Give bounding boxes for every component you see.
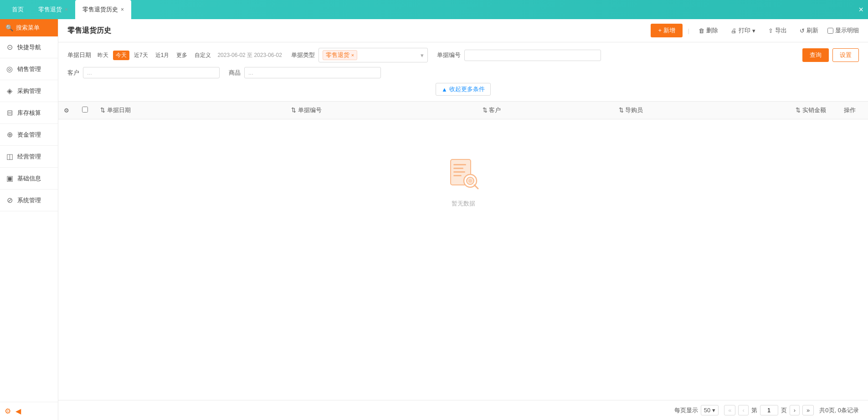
page-number-input[interactable] <box>760 405 778 415</box>
th-doc-no-label: ⇅ 单据编号 <box>291 107 322 113</box>
select-all-checkbox[interactable] <box>82 107 88 113</box>
main-layout: 🔍 搜索菜单 ⊙ 快捷导航 ◎ 销售管理 ◈ 采购管理 ⊟ 库存核算 ⊕ 资金管… <box>0 19 868 420</box>
date-options: 昨天 今天 近7天 近1月 更多 自定义 <box>95 51 214 60</box>
pagination-bar: 每页显示 50 ▾ « ‹ 第 页 › » 共0页, 0条记录 <box>58 400 868 420</box>
tab-return-history[interactable]: 零售退货历史 × <box>75 0 131 19</box>
th-checkbox[interactable] <box>77 102 95 119</box>
inventory-icon: ⊟ <box>5 108 14 117</box>
date-opt-more[interactable]: 更多 <box>174 51 190 60</box>
doc-no-input[interactable] <box>464 50 601 61</box>
date-opt-7days[interactable]: 近7天 <box>131 51 151 60</box>
goods-input[interactable] <box>244 67 381 78</box>
th-doc-date[interactable]: ⇅ 单据日期 <box>95 102 286 119</box>
refresh-label: 刷新 <box>806 26 818 35</box>
per-page-label: 每页显示 <box>674 406 698 415</box>
sidebar-item-inventory[interactable]: ⊟ 库存核算 <box>0 102 58 124</box>
per-page-chevron-icon: ▾ <box>712 407 715 414</box>
sidebar-item-purchase-mgmt[interactable]: ◈ 采购管理 <box>0 80 58 102</box>
page-last-button[interactable]: » <box>802 405 814 415</box>
date-opt-yesterday[interactable]: 昨天 <box>95 51 111 60</box>
per-page-value: 50 <box>704 407 710 414</box>
date-opt-custom[interactable]: 自定义 <box>192 51 214 60</box>
svg-point-8 <box>468 179 472 183</box>
page-title: 零售退货历史 <box>67 26 651 36</box>
page-first-button[interactable]: « <box>724 405 735 415</box>
sales-icon: ◎ <box>5 65 14 73</box>
new-button[interactable]: + 新增 <box>651 24 682 37</box>
tab-return-history-close[interactable]: × <box>121 6 124 13</box>
doc-type-tag-remove[interactable]: × <box>351 52 354 58</box>
sidebar-item-finance-mgmt[interactable]: ⊕ 资金管理 <box>0 124 58 146</box>
tab-return-close[interactable]: × <box>65 6 68 13</box>
th-action: 操作 <box>832 102 868 119</box>
customer-input[interactable] <box>83 67 220 78</box>
purchase-icon: ◈ <box>5 87 14 95</box>
doc-type-select[interactable]: 零售退货 × ▾ <box>318 48 428 62</box>
page-next-button[interactable]: › <box>790 405 800 415</box>
collapse-icon: ▲ <box>442 86 447 93</box>
date-opt-1month[interactable]: 近1月 <box>153 51 172 60</box>
page-prev-button[interactable]: ‹ <box>738 405 748 415</box>
search-icon: 🔍 <box>5 24 13 31</box>
doc-type-tag-value: 零售退货 <box>326 51 349 59</box>
home-icon: ⊙ <box>5 43 14 51</box>
th-amount[interactable]: ⇅ 实销金额 <box>777 102 832 119</box>
sidebar-item-basic-info[interactable]: ▣ 基础信息 <box>0 168 58 190</box>
delete-icon: 🗑 <box>699 27 704 34</box>
sidebar-item-basic-info-label: 基础信息 <box>17 174 41 183</box>
th-doc-no[interactable]: ⇅ 单据编号 <box>286 102 477 119</box>
collapse-filter-button[interactable]: ▲ 收起更多条件 <box>436 83 491 96</box>
sidebar-item-finance-mgmt-label: 资金管理 <box>17 131 41 139</box>
query-button[interactable]: 查询 <box>802 48 829 62</box>
sidebar-item-sys-mgmt[interactable]: ⊘ 系统管理 <box>0 190 58 211</box>
date-filter: 单据日期 昨天 今天 近7天 近1月 更多 自定义 2023-06-02 至 2… <box>67 51 282 60</box>
content-area: 零售退货历史 + 新增 | 🗑 删除 🖨 打印 ▾ ⇧ 导出 ↺ <box>58 19 868 420</box>
doc-no-label: 单据编号 <box>437 51 461 59</box>
show-detail-checkbox[interactable] <box>827 28 833 34</box>
svg-rect-4 <box>453 175 462 176</box>
print-button[interactable]: 🖨 打印 ▾ <box>727 25 759 36</box>
doc-type-filter: 单据类型 零售退货 × ▾ <box>291 48 428 62</box>
export-button[interactable]: ⇧ 导出 <box>765 25 791 36</box>
filter-row-2: 客户 商品 <box>67 67 859 78</box>
sidebar-settings-button[interactable]: ⚙ <box>5 407 11 415</box>
th-customer-label: ⇅ 客户 <box>483 107 501 113</box>
sidebar-item-sales-mgmt-label: 销售管理 <box>17 65 41 73</box>
sidebar-item-quick-nav-label: 快捷导航 <box>17 43 41 51</box>
print-chevron-icon: ▾ <box>752 27 755 34</box>
collapse-label: 收起更多条件 <box>449 85 485 93</box>
sidebar-toggle-button[interactable]: ◀ <box>15 407 21 415</box>
th-customer[interactable]: ⇅ 客户 <box>477 102 613 119</box>
th-settings[interactable]: ⚙ <box>58 102 77 119</box>
th-amount-label: ⇅ 实销金额 <box>796 107 826 113</box>
window-close-button[interactable]: × <box>858 5 863 15</box>
tab-return-label: 零售退货 <box>38 5 62 14</box>
tab-home-label: 首页 <box>12 5 24 14</box>
tab-home[interactable]: 首页 <box>5 0 31 19</box>
sidebar-item-ops-mgmt-label: 经营管理 <box>17 153 41 161</box>
sidebar-item-quick-nav[interactable]: ⊙ 快捷导航 <box>0 36 58 58</box>
tab-return-history-label: 零售退货历史 <box>82 5 118 14</box>
refresh-button[interactable]: ↺ 刷新 <box>796 25 822 36</box>
sidebar-search[interactable]: 🔍 搜索菜单 <box>0 19 58 36</box>
show-detail-checkbox-label[interactable]: 显示明细 <box>827 26 859 35</box>
basic-icon: ▣ <box>5 174 14 183</box>
svg-rect-3 <box>453 171 465 173</box>
sidebar-item-inventory-label: 库存核算 <box>17 109 41 117</box>
delete-button[interactable]: 🗑 删除 <box>695 25 722 36</box>
th-guide[interactable]: ⇅ 导购员 <box>613 102 777 119</box>
per-page-select[interactable]: 50 ▾ <box>701 405 719 415</box>
tab-return[interactable]: 零售退货 × <box>31 0 75 19</box>
sidebar-item-purchase-mgmt-label: 采购管理 <box>17 87 41 95</box>
date-opt-today[interactable]: 今天 <box>113 51 129 60</box>
sidebar-item-sales-mgmt[interactable]: ◎ 销售管理 <box>0 58 58 80</box>
settings-button[interactable]: 设置 <box>832 48 859 62</box>
topbar-tabs: 首页 零售退货 × 零售退货历史 × <box>5 0 858 19</box>
sidebar-item-ops-mgmt[interactable]: ◫ 经营管理 <box>0 146 58 168</box>
svg-rect-2 <box>453 168 463 169</box>
export-label: 导出 <box>775 26 787 35</box>
svg-rect-1 <box>453 164 466 165</box>
empty-text: 暂无数据 <box>452 200 475 208</box>
page-label: 第 <box>751 406 757 415</box>
show-detail-label: 显示明细 <box>835 26 859 35</box>
